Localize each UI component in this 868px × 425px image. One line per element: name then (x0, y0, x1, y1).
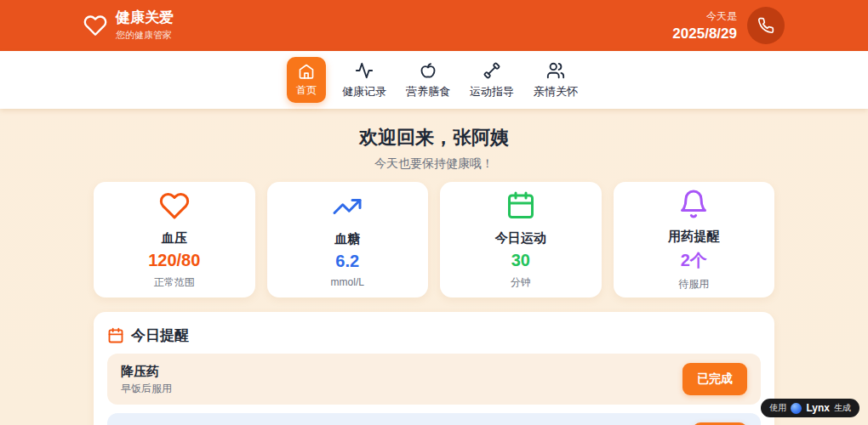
nav-item-label: 亲情关怀 (534, 84, 578, 99)
nav-item-health-records[interactable]: 健康记录 (339, 56, 390, 105)
date-display: 今天是 2025/8/29 (672, 9, 737, 42)
heart-icon (83, 14, 107, 37)
reminder-name: 降压药 (121, 362, 172, 381)
calendar-icon (107, 327, 124, 344)
reminders-title: 今日提醒 (131, 326, 189, 345)
today-reminders-card: 今日提醒 降压药 早饭后服用 已完成 (94, 312, 774, 425)
watermark-suffix: 生成 (834, 402, 851, 414)
nav-item-family-care[interactable]: 亲情关怀 (530, 56, 581, 105)
reminders-header: 今日提醒 (107, 326, 761, 345)
stat-value: 6.2 (335, 252, 359, 271)
welcome-title: 欢迎回来，张阿姨 (94, 126, 774, 150)
stat-label: 血压 (162, 230, 187, 246)
stat-label: 今日运动 (495, 230, 546, 246)
reminder-time: 早饭后服用 (121, 381, 172, 396)
nav-item-nutrition[interactable]: 营养膳食 (403, 56, 454, 105)
activity-icon (355, 61, 374, 80)
nav-item-label: 运动指导 (470, 84, 514, 99)
app-subtitle: 您的健康管家 (116, 29, 174, 42)
users-icon (546, 61, 565, 80)
date-label: 今天是 (672, 9, 737, 24)
stat-card-exercise-today: 今日运动 30 分钟 (440, 182, 602, 298)
apple-icon (419, 61, 437, 80)
stat-card-blood-sugar: 血糖 6.2 mmol/L (267, 182, 429, 298)
stat-value: 30 (511, 251, 530, 270)
phone-call-button[interactable] (747, 7, 785, 44)
bell-icon (678, 189, 709, 219)
stat-value: 2个 (681, 249, 707, 272)
dumbbell-icon (483, 61, 501, 80)
stat-note: 正常范围 (154, 275, 195, 290)
welcome-section: 欢迎回来，张阿姨 今天也要保持健康哦！ (94, 126, 774, 172)
reminder-row: 降压药 早饭后服用 已完成 (107, 354, 761, 405)
heart-icon (159, 190, 190, 221)
phone-icon (757, 17, 774, 34)
stat-value: 120/80 (148, 251, 200, 270)
main-nav: 首页 健康记录 营养膳食 运动指导 亲情关怀 (0, 51, 868, 109)
lynx-watermark-badge[interactable]: 使用 Lynx 生成 (761, 399, 859, 417)
stat-label: 血糖 (334, 231, 360, 247)
watermark-brand: Lynx (806, 402, 830, 414)
reminder-status-button[interactable]: 已完成 (682, 363, 747, 395)
home-icon (298, 63, 315, 80)
date-value: 2025/8/29 (672, 26, 737, 42)
stats-grid: 血压 120/80 正常范围 血糖 6.2 mmol/L 今日运动 30 分钟 … (94, 182, 774, 298)
nav-item-home[interactable]: 首页 (287, 57, 326, 103)
stat-note: 待服用 (678, 277, 709, 292)
stat-label: 用药提醒 (668, 229, 719, 245)
stat-card-medication-reminder: 用药提醒 2个 待服用 (614, 182, 775, 298)
reminder-row (107, 413, 761, 425)
nav-item-label: 健康记录 (342, 84, 386, 99)
nav-item-exercise[interactable]: 运动指导 (466, 56, 517, 105)
calendar-icon (505, 190, 536, 221)
app-title: 健康关爱 (116, 9, 174, 26)
nav-item-label: 首页 (296, 83, 317, 98)
watermark-prefix: 使用 (769, 402, 786, 414)
app-brand: 健康关爱 您的健康管家 (83, 9, 174, 42)
trending-up-icon (332, 191, 363, 222)
app-header: 健康关爱 您的健康管家 今天是 2025/8/29 (0, 0, 868, 51)
lynx-logo-icon (791, 403, 802, 414)
nav-item-label: 营养膳食 (406, 84, 450, 99)
stat-card-blood-pressure: 血压 120/80 正常范围 (94, 182, 255, 298)
stat-note: mmol/L (331, 276, 364, 288)
welcome-subtitle: 今天也要保持健康哦！ (94, 155, 774, 172)
stat-note: 分钟 (511, 275, 531, 290)
